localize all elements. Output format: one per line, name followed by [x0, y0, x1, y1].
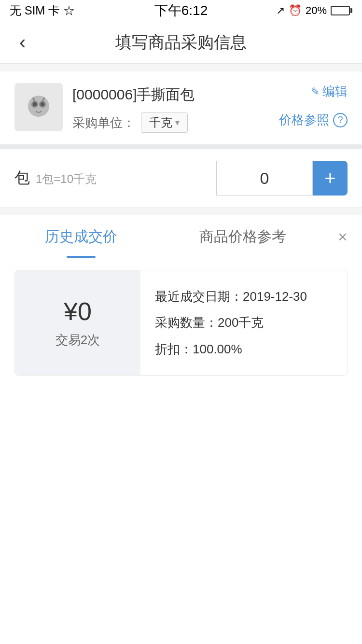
tab-product-price-ref[interactable]: 商品价格参考	[162, 215, 323, 258]
tab-close-button[interactable]: ×	[323, 215, 362, 258]
price-reference-button[interactable]: 价格参照 ?	[279, 112, 348, 128]
history-date-row: 最近成交日期：2019-12-30	[155, 288, 333, 305]
history-qty-row: 采购数量：200千克	[155, 314, 333, 331]
help-icon: ?	[333, 113, 348, 127]
alarm-icon: ⏰	[289, 4, 302, 17]
status-left: 无 SIM 卡 ☆	[10, 3, 75, 18]
product-card: [0000006]手撕面包 采购单位： 千克 ▾ ✎ 编辑 价格参照 ?	[0, 71, 362, 144]
product-image-icon	[24, 93, 53, 122]
quantity-left: 包 1包=10千克	[14, 168, 97, 189]
battery-percent: 20%	[306, 4, 327, 17]
product-thumbnail	[14, 83, 63, 131]
product-info: [0000006]手撕面包 采购单位： 千克 ▾	[72, 83, 195, 133]
qty-label: 采购数量：	[155, 315, 218, 330]
quantity-right: 0 +	[216, 161, 348, 196]
page-title: 填写商品采购信息	[115, 31, 247, 54]
location-icon: ↗	[276, 4, 285, 17]
history-price-panel: ¥0 交易2次	[15, 270, 140, 375]
price-ref-label: 价格参照	[279, 112, 329, 128]
tab-history-label: 历史成交价	[45, 227, 117, 247]
battery-icon	[331, 6, 352, 15]
history-discount-row: 折扣：100.00%	[155, 340, 333, 358]
edit-label: 编辑	[322, 83, 348, 100]
qty-value: 200千克	[218, 315, 264, 330]
discount-value: 100.00%	[193, 342, 242, 356]
quantity-row: 包 1包=10千克 0 +	[0, 149, 362, 208]
tab-active-indicator	[67, 256, 96, 258]
date-label: 最近成交日期：	[155, 289, 243, 304]
edit-icon: ✎	[311, 85, 320, 98]
edit-button[interactable]: ✎ 编辑	[311, 83, 348, 100]
tab-product-price-label: 商品价格参考	[199, 227, 286, 247]
history-transaction-count: 交易2次	[56, 332, 100, 349]
back-button[interactable]: ‹	[14, 27, 30, 58]
unit-label: 采购单位：	[72, 114, 135, 131]
unit-selector[interactable]: 千克 ▾	[141, 112, 188, 133]
quantity-conversion-note: 1包=10千克	[36, 171, 97, 187]
tab-history-price[interactable]: 历史成交价	[0, 215, 162, 258]
product-right-actions: ✎ 编辑 价格参照 ?	[279, 83, 348, 128]
history-content: ¥0 交易2次 最近成交日期：2019-12-30 采购数量：200千克 折扣：…	[0, 258, 362, 387]
history-price-value: ¥0	[64, 297, 92, 326]
quantity-unit: 包	[14, 168, 30, 189]
no-sim-text: 无 SIM 卡 ☆	[10, 3, 75, 18]
svg-point-3	[33, 102, 37, 106]
svg-point-0	[28, 96, 49, 117]
quantity-plus-button[interactable]: +	[313, 161, 348, 196]
product-left: [0000006]手撕面包 采购单位： 千克 ▾	[14, 83, 195, 133]
nav-bar: ‹ 填写商品采购信息	[0, 21, 362, 64]
product-header: [0000006]手撕面包 采购单位： 千克 ▾ ✎ 编辑 价格参照 ?	[14, 83, 348, 133]
bottom-empty-area	[0, 387, 362, 644]
quantity-input[interactable]: 0	[216, 161, 313, 196]
discount-label: 折扣：	[155, 342, 193, 356]
dropdown-arrow-icon: ▾	[175, 117, 180, 128]
history-details-panel: 最近成交日期：2019-12-30 采购数量：200千克 折扣：100.00%	[140, 270, 347, 375]
svg-point-4	[41, 102, 44, 106]
status-time: 下午6:12	[154, 1, 208, 20]
section-divider	[0, 144, 362, 149]
unit-value: 千克	[149, 115, 172, 130]
quantity-value: 0	[260, 169, 269, 188]
unit-row: 采购单位： 千克 ▾	[72, 112, 195, 133]
status-right: ↗ ⏰ 20%	[276, 4, 352, 17]
date-value: 2019-12-30	[243, 289, 307, 304]
status-bar: 无 SIM 卡 ☆ 下午6:12 ↗ ⏰ 20%	[0, 0, 362, 21]
history-card: ¥0 交易2次 最近成交日期：2019-12-30 采购数量：200千克 折扣：…	[14, 270, 348, 376]
tabs-container: 历史成交价 商品价格参考 ×	[0, 215, 362, 258]
product-name: [0000006]手撕面包	[72, 85, 195, 105]
